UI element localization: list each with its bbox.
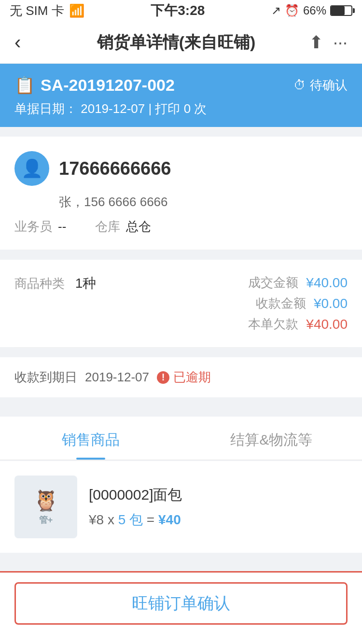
wifi-icon: 📶	[69, 3, 84, 18]
date-value: 2019-12-07	[81, 101, 145, 116]
amount-row: 成交金额 ¥40.00	[248, 274, 348, 291]
table-row: 🦉 管+ [0000002]面包 ¥8 x 5 包 = ¥40	[0, 461, 362, 553]
status-time: 下午3:28	[151, 1, 205, 20]
customer-section: 👤 17666666666 张，156 6666 6666 业务员 -- 仓库 …	[0, 137, 362, 250]
page-title: 销货单详情(来自旺铺)	[97, 31, 256, 54]
order-header-top: 📋 SA-20191207-002 ⏱ 待确认	[14, 75, 348, 95]
received-label: 收款金额	[256, 295, 306, 312]
order-date-info: 单据日期： 2019-12-07 | 打印 0 次	[14, 100, 348, 117]
thumb-inner: 🦉 管+	[33, 489, 58, 526]
price-qty-unit: 包	[129, 512, 143, 527]
order-status-text: 待确认	[310, 77, 348, 94]
due-label: 收款到期日	[14, 369, 77, 386]
date-label: 单据日期：	[14, 101, 77, 116]
carrier-text: 无 SIM 卡	[10, 2, 64, 19]
price-multiply: x	[108, 512, 118, 527]
status-right: ↗ ⏰ 66%	[271, 4, 352, 17]
price-total: ¥40	[158, 512, 181, 527]
overdue-dot-icon: !	[157, 371, 169, 384]
salesperson-info: 业务员 --	[14, 218, 66, 235]
order-status-badge: ⏱ 待确认	[293, 77, 348, 94]
location-icon: ↗	[271, 4, 281, 17]
tabs-section: 销售商品 结算&物流等	[0, 417, 362, 460]
product-name: [0000002]面包	[89, 485, 348, 505]
tab-settlement-label: 结算&物流等	[230, 432, 312, 448]
order-header-card: 📋 SA-20191207-002 ⏱ 待确认 单据日期： 2019-12-07…	[0, 64, 362, 127]
customer-row: 👤 17666666666	[14, 151, 348, 186]
tab-sales-products[interactable]: 销售商品	[0, 417, 181, 460]
order-id-text: SA-20191207-002	[41, 76, 175, 95]
confirm-order-button[interactable]: 旺铺订单确认	[14, 582, 348, 625]
owed-value: ¥40.00	[306, 317, 348, 332]
brand-plus: 管+	[39, 514, 53, 526]
product-thumbnail: 🦉 管+	[14, 476, 77, 538]
product-section: 🦉 管+ [0000002]面包 ¥8 x 5 包 = ¥40	[0, 461, 362, 553]
received-value: ¥0.00	[314, 296, 348, 311]
received-row: 收款金额 ¥0.00	[256, 295, 348, 312]
more-icon[interactable]: ···	[333, 32, 348, 53]
divider-2	[14, 347, 348, 348]
section-gap	[0, 397, 362, 407]
clock-icon: ⏱	[293, 78, 306, 93]
customer-name: 张，156 6666 6666	[14, 194, 348, 210]
share-icon[interactable]: ⬆	[309, 32, 323, 53]
product-type-label: 商品种类	[14, 276, 65, 291]
product-type-value: 1种	[75, 276, 97, 291]
nav-actions: ⬆ ···	[309, 32, 348, 53]
overdue-text: 已逾期	[173, 369, 211, 386]
avatar: 👤	[14, 151, 49, 186]
customer-meta: 业务员 -- 仓库 总仓	[14, 218, 348, 235]
due-date-value: 2019-12-07	[85, 370, 149, 385]
confirm-button-area: 旺铺订单确认	[0, 571, 362, 644]
financial-summary: 成交金额 ¥40.00 收款金额 ¥0.00 本单欠款 ¥40.00	[248, 274, 348, 333]
divider-1	[14, 250, 348, 250]
status-bar: 无 SIM 卡 📶 下午3:28 ↗ ⏰ 66%	[0, 0, 362, 21]
battery-icon	[330, 5, 352, 16]
back-button[interactable]: ‹	[14, 31, 43, 53]
salesperson-value: --	[58, 219, 66, 234]
amount-value: ¥40.00	[306, 275, 348, 291]
battery-text: 66%	[303, 4, 326, 17]
tab-sales-label: 销售商品	[62, 432, 120, 448]
product-price: ¥8 x 5 包 = ¥40	[89, 511, 348, 529]
order-icon: 📋	[14, 75, 35, 95]
nav-bar: ‹ 销货单详情(来自旺铺) ⬆ ···	[0, 21, 362, 64]
summary-section: 商品种类 1种 成交金额 ¥40.00 收款金额 ¥0.00 本单欠款 ¥40.…	[0, 260, 362, 347]
alarm-icon: ⏰	[285, 4, 299, 17]
print-info: | 打印 0 次	[148, 101, 207, 116]
order-id: 📋 SA-20191207-002	[14, 75, 175, 95]
warehouse-label: 仓库	[95, 218, 120, 235]
owed-row: 本单欠款 ¥40.00	[248, 316, 348, 333]
customer-phone: 17666666666	[59, 158, 171, 179]
warehouse-info: 仓库 总仓	[95, 218, 151, 235]
owl-icon: 🦉	[33, 489, 58, 512]
overdue-badge: ! 已逾期	[157, 369, 211, 386]
due-section: 收款到期日 2019-12-07 ! 已逾期	[0, 357, 362, 397]
price-unit: ¥8	[89, 512, 104, 527]
product-info: [0000002]面包 ¥8 x 5 包 = ¥40	[89, 485, 348, 529]
product-type-info: 商品种类 1种	[14, 274, 96, 293]
price-qty: 5	[118, 512, 126, 527]
owed-label: 本单欠款	[248, 316, 298, 333]
price-equals: =	[147, 512, 158, 527]
tab-settlement[interactable]: 结算&物流等	[181, 417, 362, 460]
battery-fill	[331, 6, 345, 15]
warehouse-value: 总仓	[126, 218, 151, 235]
salesperson-label: 业务员	[14, 218, 52, 235]
status-left: 无 SIM 卡 📶	[10, 2, 84, 19]
amount-label: 成交金额	[248, 274, 298, 291]
